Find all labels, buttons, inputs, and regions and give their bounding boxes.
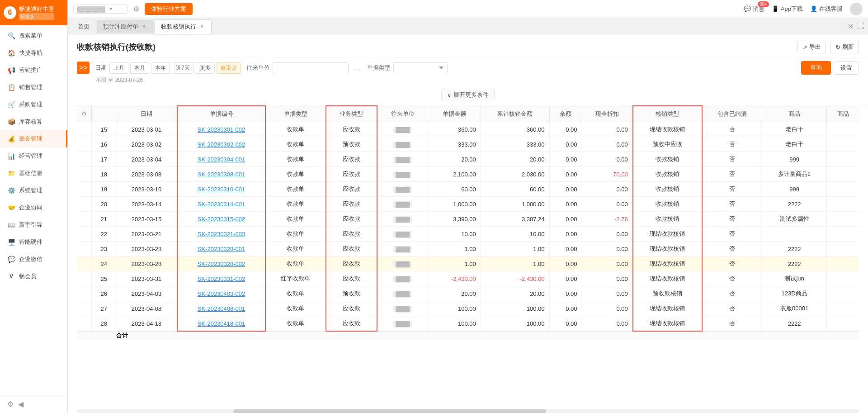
tab-close-all-icon[interactable]: ✕ xyxy=(848,22,854,31)
sidebar-item-purchase[interactable]: 🛒 采购管理 xyxy=(0,96,67,113)
voucher-type-select[interactable] xyxy=(393,62,448,73)
date-options: 上月 本月 本年 近7天 更多 自定义 xyxy=(109,62,241,74)
doc-no-link[interactable]: SK-20230314-001 xyxy=(198,201,245,208)
member-icon: V xyxy=(7,273,15,280)
service-icon: 👤 xyxy=(810,5,817,12)
query-button[interactable]: 查询 xyxy=(801,61,831,75)
cell-biz-type: 应收款 xyxy=(326,316,377,332)
sidebar-item-search[interactable]: 🔍 搜索菜单 xyxy=(0,27,67,44)
cell-settings xyxy=(77,137,92,152)
date-this-month[interactable]: 本月 xyxy=(130,62,149,74)
col-settings-icon[interactable]: ⚙ xyxy=(81,110,87,117)
cell-settings xyxy=(77,242,92,256)
tab-receipt-close[interactable]: ✕ xyxy=(199,23,205,30)
doc-no-link[interactable]: SK-20230310-001 xyxy=(198,186,245,193)
table-horizontal-scrollbar[interactable] xyxy=(77,409,859,413)
tab-payable[interactable]: 预计冲应付单 ✕ xyxy=(97,20,153,33)
col-cum-amount: 累计核销金额 xyxy=(481,106,549,122)
content-area: 收款核销执行(按收款) ↗ 导出 ↻ 刷新 >> 日期 上月 xyxy=(68,35,868,413)
app-download-button[interactable]: 📱 App下载 xyxy=(772,5,803,13)
col-doc-type: 单据类型 xyxy=(265,106,326,122)
cell-include-settled: 否 xyxy=(702,227,762,242)
col-partner: 往来单位 xyxy=(377,106,428,122)
tab-receipt[interactable]: 收款核销执行 ✕ xyxy=(154,19,212,34)
topbar: ▓▓▓▓▓▓▓ ▼ ⚙ 体验行业方案 💬 消息 99+ 📱 App下载 👤 在线… xyxy=(68,0,868,18)
table-header-row: ⚙ 日期 单据编号 单据类型 业务类型 往来单位 单据金额 累计核销金额 余额 … xyxy=(77,106,859,122)
doc-no-link[interactable]: SK-20230302-002 xyxy=(198,141,245,148)
date-last-month[interactable]: 上月 xyxy=(109,62,128,74)
col-cancel-type: 核销类型 xyxy=(633,106,702,122)
refresh-button[interactable]: ↻ 刷新 xyxy=(830,41,859,53)
settings-bottom-icon[interactable]: ⚙ xyxy=(7,400,14,408)
voucher-type-label: 单据类型 xyxy=(367,64,391,72)
tab-home[interactable]: 首页 xyxy=(71,20,96,33)
cell-seq: 27 xyxy=(92,301,116,316)
sidebar-item-member[interactable]: V 畅会员 xyxy=(0,268,67,285)
cell-goods-img xyxy=(827,167,859,182)
date-this-year[interactable]: 本年 xyxy=(151,62,170,74)
sidebar-item-marketing[interactable]: 📢 营销推广 xyxy=(0,62,67,79)
gear-icon[interactable]: ⚙ xyxy=(131,3,141,15)
sidebar-item-guide[interactable]: 📖 新手引导 xyxy=(0,216,67,233)
cell-cash-discount: -2.76 xyxy=(582,212,633,227)
sidebar-item-sales[interactable]: 📋 销售管理 xyxy=(0,79,67,96)
tab-payable-close[interactable]: ✕ xyxy=(141,23,147,30)
date-custom-button[interactable]: 自定义 xyxy=(217,62,241,74)
doc-no-link[interactable]: SK-20230331-002 xyxy=(198,275,245,282)
sidebar-item-hardware[interactable]: 🖥️ 智能硬件 xyxy=(0,233,67,251)
cell-balance: 0.00 xyxy=(549,167,582,182)
sidebar-item-inventory[interactable]: 📦 库存核算 xyxy=(0,113,67,130)
company-select[interactable]: ▓▓▓▓▓▓▓ ▼ xyxy=(73,5,127,14)
export-button[interactable]: ↗ 导出 xyxy=(797,41,826,53)
cell-doc-no: SK-20230314-001 xyxy=(177,197,266,212)
sidebar-item-collab[interactable]: 🤝 企业协同 xyxy=(0,199,67,216)
cell-include-settled: 否 xyxy=(702,152,762,167)
date-more[interactable]: 更多 xyxy=(196,62,215,74)
date-7days[interactable]: 近7天 xyxy=(172,62,194,74)
expand-more-button[interactable]: ∨ 展开更多条件 xyxy=(441,89,495,101)
user-avatar[interactable] xyxy=(850,3,863,15)
cell-cash-discount: 0.00 xyxy=(582,197,633,212)
sidebar-item-basic[interactable]: 📁 基础信息 xyxy=(0,165,67,182)
cell-include-settled: 否 xyxy=(702,122,762,137)
cell-biz-type: 应收款 xyxy=(326,212,377,227)
cell-doc-type: 收款单 xyxy=(265,212,326,227)
message-button[interactable]: 💬 消息 99+ xyxy=(744,5,764,13)
filter-toggle-button[interactable]: >> xyxy=(77,62,90,74)
collapse-icon[interactable]: ◀ xyxy=(18,400,24,408)
cell-partner: ████ xyxy=(377,137,428,152)
doc-no-link[interactable]: SK-20230315-002 xyxy=(198,216,245,223)
cell-goods: 老白干 xyxy=(762,122,827,137)
settings-filter-button[interactable]: 设置 xyxy=(834,61,859,75)
cell-cash-discount: -70.00 xyxy=(582,167,633,182)
doc-no-link[interactable]: SK-20230304-001 xyxy=(198,156,245,163)
sidebar-item-nav[interactable]: 🏠 快捷导航 xyxy=(0,44,67,62)
doc-no-link[interactable]: SK-20230308-001 xyxy=(198,171,245,178)
sidebar-item-finance[interactable]: 💰 资金管理 xyxy=(0,130,67,147)
tab-expand-icon[interactable]: ⛶ xyxy=(857,22,864,31)
doc-no-link[interactable]: SK-20230408-001 xyxy=(198,305,245,312)
cell-partner: ████ xyxy=(377,227,428,242)
doc-no-link[interactable]: SK-20230321-003 xyxy=(198,231,245,237)
cell-biz-type: 应收款 xyxy=(326,152,377,167)
solution-button[interactable]: 体验行业方案 xyxy=(145,3,193,15)
doc-no-link[interactable]: SK-20230301-002 xyxy=(198,126,245,133)
cell-include-settled: 否 xyxy=(702,137,762,152)
sidebar-item-wechat[interactable]: 💬 企业微信 xyxy=(0,251,67,268)
sidebar-item-system[interactable]: ⚙️ 系统管理 xyxy=(0,182,67,199)
doc-no-link[interactable]: SK-20230328-001 xyxy=(198,246,245,252)
cell-seq: 19 xyxy=(92,182,116,197)
logo-badge: 标推版 xyxy=(19,13,54,20)
doc-no-link[interactable]: SK-20230403-002 xyxy=(198,290,245,297)
cell-amount: 100.00 xyxy=(428,301,481,316)
doc-no-link[interactable]: SK-20230328-002 xyxy=(198,261,245,267)
cell-balance: 0.00 xyxy=(549,197,582,212)
table-row: 16 2023-03-02 SK-20230302-002 收款单 预收款 ██… xyxy=(77,137,859,152)
cell-seq: 21 xyxy=(92,212,116,227)
sidebar-item-biz[interactable]: 📊 经营管理 xyxy=(0,147,67,165)
service-button[interactable]: 👤 在线客服 xyxy=(810,5,843,13)
partner-input[interactable] xyxy=(273,62,349,73)
doc-no-link[interactable]: SK-20230418-001 xyxy=(198,320,245,327)
cell-seq: 22 xyxy=(92,227,116,242)
scrollbar-thumb[interactable] xyxy=(233,409,546,413)
